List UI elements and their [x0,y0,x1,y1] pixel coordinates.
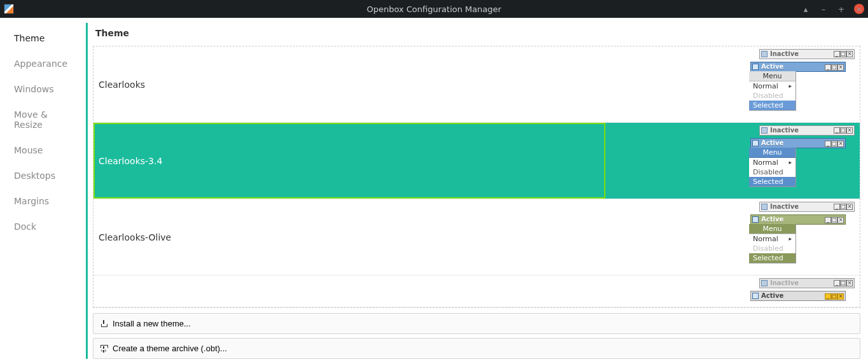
create-archive-button[interactable]: Create a theme archive (.obt)... [93,338,860,359]
preview-inactive-titlebar: Inactive _□× [759,278,855,288]
theme-preview: Inactive _□× Active _□× Menu Normal▸ Dis… [759,49,855,111]
preview-menu-disabled: Disabled [749,167,796,177]
sidebar: Theme Appearance Windows Move & Resize M… [5,23,88,359]
preview-active-label: Active [761,216,822,223]
preview-menu: Menu Normal▸ Disabled Selected [749,71,796,111]
preview-menu-normal: Normal▸ [749,158,796,167]
window-minimize-icon[interactable]: – [818,4,829,14]
preview-active-titlebar: Active _□× [750,62,846,72]
window-icon [761,51,768,57]
preview-menu-selected: Selected [749,177,796,186]
theme-actions: Install a new theme... Create a theme ar… [93,313,860,359]
preview-inactive-label: Inactive [770,127,831,134]
theme-name: Clearlooks-3.4 [99,156,162,166]
theme-preview: Inactive _□× Active _□× [759,278,855,301]
sidebar-item-move-resize[interactable]: Move & Resize [5,102,86,137]
theme-row-clearlooks[interactable]: Clearlooks Inactive _□× Active _□× Menu [93,46,860,123]
preview-menu-title: Menu [749,148,796,158]
theme-row-clearlooks-3-4[interactable]: Clearlooks-3.4 Inactive _□× Active _□× M… [93,123,860,199]
preview-menu-selected: Selected [749,253,796,263]
preview-inactive-label: Inactive [770,204,831,210]
preview-active-label: Active [761,64,822,70]
window-shade-icon[interactable]: ▴ [801,4,811,14]
sidebar-item-desktops[interactable]: Desktops [5,163,86,188]
preview-menu-disabled: Disabled [749,244,796,253]
theme-row-clearlooks-olive[interactable]: Clearlooks-Olive Inactive _□× Active _□×… [93,199,860,276]
sidebar-item-theme[interactable]: Theme [5,25,86,51]
titlebar-buttons: _□× [825,293,844,300]
theme-name: Clearlooks [99,80,145,90]
upload-icon [100,320,107,328]
preview-menu-title: Menu [749,71,796,81]
window-icon [761,127,768,134]
titlebar-buttons: _□× [834,127,853,134]
preview-inactive-titlebar: Inactive _□× [759,125,855,136]
window-maximize-icon[interactable]: + [836,4,846,14]
preview-inactive-titlebar: Inactive _□× [759,202,855,212]
window-icon [752,293,759,299]
content: Theme Clearlooks Inactive _□× Active _□× [90,23,863,359]
preview-inactive-titlebar: Inactive _□× [759,49,855,59]
window-close-icon[interactable]: × [854,4,864,14]
titlebar-buttons: _□× [834,204,853,210]
window-controls: ▴ – + × [801,4,864,14]
preview-menu-normal: Normal▸ [749,234,796,244]
preview-menu-selected: Selected [749,101,796,110]
preview-menu: Menu Normal▸ Disabled Selected [749,148,796,187]
preview-active-label: Active [761,293,822,299]
titlebar-buttons: _□× [825,64,844,71]
create-archive-label: Create a theme archive (.obt)... [113,344,227,353]
theme-list[interactable]: Clearlooks Inactive _□× Active _□× Menu [93,46,860,308]
sidebar-item-mouse[interactable]: Mouse [5,137,86,163]
theme-preview: Inactive _□× Active _□× Menu Normal▸ Dis… [759,202,855,263]
download-icon [100,345,107,353]
theme-name: Clearlooks-Olive [99,232,171,242]
titlebar-buttons: _□× [834,51,853,57]
preview-menu-normal: Normal▸ [749,81,796,91]
window-icon [752,140,759,146]
preview-inactive-label: Inactive [770,51,831,57]
preview-menu-title: Menu [749,224,796,234]
theme-row-partial[interactable]: Inactive _□× Active _□× [93,276,860,307]
sidebar-item-windows[interactable]: Windows [5,76,86,102]
preview-active-titlebar: Active _□× [750,138,846,148]
window-icon [761,280,768,286]
window-icon [752,64,759,70]
main: Theme Appearance Windows Move & Resize M… [0,18,868,364]
preview-inactive-label: Inactive [770,280,831,286]
titlebar-buttons: _□× [825,216,844,223]
preview-menu: Menu Normal▸ Disabled Selected [749,224,796,263]
preview-active-titlebar: Active _□× [750,214,846,225]
install-theme-button[interactable]: Install a new theme... [93,313,860,334]
preview-active-titlebar: Active _□× [750,291,846,301]
window-icon [761,204,768,210]
page-title: Theme [93,23,860,46]
sidebar-item-appearance[interactable]: Appearance [5,51,86,76]
window-icon [752,216,759,223]
install-theme-label: Install a new theme... [113,319,191,328]
preview-active-label: Active [761,140,822,146]
titlebar-buttons: _□× [825,140,844,147]
window-title: Openbox Configuration Manager [0,4,868,14]
preview-menu-disabled: Disabled [749,91,796,101]
titlebar-buttons: _□× [834,280,853,286]
titlebar: Openbox Configuration Manager ▴ – + × [0,0,868,18]
sidebar-item-dock[interactable]: Dock [5,214,86,239]
sidebar-item-margins[interactable]: Margins [5,188,86,214]
theme-preview: Inactive _□× Active _□× Menu Normal▸ Dis… [759,125,855,187]
